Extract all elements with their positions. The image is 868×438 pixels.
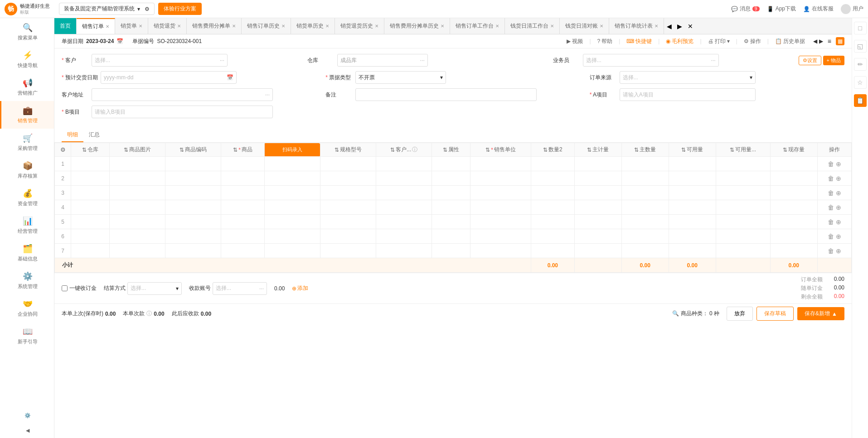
one-click-checkbox[interactable] (62, 285, 68, 291)
delete-icon[interactable]: 🗑 (828, 189, 834, 197)
tab-sales-order-workbench[interactable]: 销售订单工作台 ✕ (450, 18, 505, 34)
sidebar-item-inventory[interactable]: 📦 库存核算 (0, 156, 54, 184)
sidebar-settings-btn[interactable]: ⚙️ (0, 408, 54, 423)
row-current-stock-1[interactable] (770, 157, 817, 171)
sidebar-collapse-btn[interactable]: ◀ (0, 423, 54, 438)
right-icon-3[interactable]: ✏ (854, 58, 867, 71)
sidebar-item-operations[interactable]: 📊 经营管理 (0, 212, 54, 239)
tab-cash-daily-workbench[interactable]: 钱货日清工作台 ✕ (505, 18, 560, 34)
tab-close-icon[interactable]: ✕ (281, 24, 285, 29)
app-download-item[interactable]: 📱 App下载 (767, 5, 796, 13)
help-btn[interactable]: ? 帮助 (597, 38, 613, 45)
remark-input[interactable] (355, 88, 537, 101)
next-record-icon[interactable]: ▶ (819, 38, 823, 44)
sidebar-item-marketing[interactable]: 📢 营销推广 (0, 73, 54, 101)
sort-icon[interactable]: ⇅ (543, 147, 548, 153)
tab-sales-return-history[interactable]: 销货单历史 ✕ (291, 18, 335, 34)
account-input[interactable]: 选择... ··· (213, 282, 267, 295)
row-sales-unit-1[interactable] (470, 157, 531, 171)
settings-btn[interactable]: ⚙设置 (799, 56, 821, 65)
order-source-input[interactable]: 选择... ▾ (620, 71, 756, 84)
sidebar-item-search[interactable]: 🔍 搜索菜单 (0, 18, 54, 46)
tab-close-icon[interactable]: ✕ (106, 24, 109, 29)
sort-icon[interactable]: ⇅ (783, 147, 787, 153)
delete-icon[interactable]: 🗑 (828, 204, 834, 211)
customer-dots-icon[interactable]: ··· (220, 57, 224, 63)
row-available-1[interactable] (669, 157, 716, 171)
sort-icon[interactable]: ⇅ (124, 147, 128, 153)
tab-close-icon[interactable]: ✕ (232, 24, 236, 29)
tab-close-icon[interactable]: ✕ (550, 24, 554, 29)
sort-icon[interactable]: ⇅ (82, 147, 87, 153)
sort-icon[interactable]: ⇅ (730, 147, 734, 153)
tab-sales-stats[interactable]: 销售订单统计表 ✕ (609, 18, 664, 34)
tab-close-icon[interactable]: ✕ (495, 24, 499, 29)
add-goods-btn[interactable]: + 物品 (823, 56, 844, 65)
tab-close-icon[interactable]: ✕ (441, 24, 444, 29)
history-btn[interactable]: 📋 历史单据 (775, 38, 805, 45)
customer-address-input[interactable]: ··· (92, 88, 273, 101)
copy-icon[interactable]: ⊕ (836, 175, 841, 182)
salesperson-dots-icon[interactable]: ··· (711, 57, 716, 63)
sidebar-item-finance[interactable]: 💰 资金管理 (0, 184, 54, 212)
tab-close-icon[interactable]: ✕ (375, 24, 378, 29)
user-item[interactable]: 用户 (841, 4, 863, 14)
sidebar-item-enterprise[interactable]: 🤝 企业协同 (0, 294, 54, 322)
sidebar-item-guide[interactable]: 📖 新手引导 (0, 322, 54, 350)
sort-icon[interactable]: ⇅ (634, 147, 639, 153)
right-icon-4[interactable]: ☆ (854, 76, 867, 89)
right-icon-5[interactable]: 📋 (854, 94, 867, 107)
view-btn[interactable]: ▶ 视频 (567, 38, 583, 45)
tab-sales-fee-split-history[interactable]: 销售费用分摊单历史 ✕ (384, 18, 450, 34)
salesperson-input[interactable]: 选择... ··· (583, 54, 719, 67)
warehouse-input[interactable]: 成品库 ··· (337, 54, 428, 67)
warehouse-dots-icon[interactable]: ··· (420, 57, 425, 63)
th-scan[interactable]: 扫码录入 (264, 143, 320, 157)
account-dots-icon[interactable]: ··· (259, 285, 264, 292)
sidebar-item-base-info[interactable]: 🗂️ 基础信息 (0, 239, 54, 267)
operation-btn[interactable]: ⚙ 操作 (744, 38, 761, 45)
tab-prev-btn[interactable]: ◀ (664, 18, 674, 34)
payment-method-select[interactable]: 选择... ▾ (127, 282, 182, 295)
row-product-code-1[interactable] (165, 157, 221, 171)
row-product-img-1[interactable] (109, 157, 165, 171)
tab-sales-refund-history[interactable]: 销货退货历史 ✕ (335, 18, 384, 34)
row-available2-1[interactable] (716, 157, 770, 171)
tab-sales-order-history[interactable]: 销售订单历史 ✕ (242, 18, 291, 34)
sort-icon[interactable]: ⇅ (587, 147, 592, 153)
sort-icon[interactable]: ⇅ (179, 147, 184, 153)
row-main-unit-1[interactable] (574, 157, 621, 171)
address-dots-icon[interactable]: ··· (265, 91, 270, 98)
system-selector[interactable]: 装备及固定资产辅助管理系统 ▾ ⚙ (59, 3, 155, 15)
calendar-small-icon[interactable]: 📅 (227, 74, 233, 81)
chevron-up-icon[interactable]: ▲ (832, 311, 837, 317)
row-qty2-1[interactable] (531, 157, 575, 171)
online-service-item[interactable]: 👤 在线客服 (803, 5, 834, 13)
tab-cash-reconcile[interactable]: 钱货日清对账 ✕ (560, 18, 609, 34)
sort-icon[interactable]: ⇅ (485, 147, 490, 153)
delivery-date-input[interactable]: yyyy-mm-dd 📅 (101, 71, 237, 84)
gear-icon[interactable]: ⚙ (145, 6, 150, 12)
tab-detail[interactable]: 明细 (62, 128, 83, 142)
tab-sales-order[interactable]: 销售订单 ✕ (77, 18, 115, 34)
prev-record-icon[interactable]: ◀ (813, 38, 817, 44)
tab-sales-return[interactable]: 销货单 ✕ (115, 18, 148, 34)
delete-icon[interactable]: 🗑 (828, 233, 834, 240)
row-warehouse-1[interactable] (71, 157, 110, 171)
shortcut-btn[interactable]: ⌨ 快捷键 (626, 38, 652, 45)
save-new-btn[interactable]: 保存&新增 ▲ (797, 307, 844, 320)
save-draft-btn[interactable]: 保存草稿 (756, 307, 794, 321)
discard-btn[interactable]: 放弃 (727, 307, 753, 321)
card-view-icon[interactable]: ▦ (836, 37, 844, 45)
tab-close-icon[interactable]: ✕ (600, 24, 603, 29)
table-gear-icon[interactable]: ⚙ (60, 146, 66, 153)
info-icon[interactable]: ⓘ (412, 146, 417, 154)
scan-btn[interactable]: 扫码录入 (279, 145, 306, 154)
message-item[interactable]: 💬 消息 9 (731, 5, 760, 13)
delete-icon[interactable]: 🗑 (828, 247, 834, 255)
tab-sales-fee-split[interactable]: 销售费用分摊单 ✕ (187, 18, 242, 34)
row-spec-1[interactable] (320, 157, 376, 171)
profit-preview-btn[interactable]: ◉ 毛利预览 (666, 38, 693, 45)
copy-icon[interactable]: ⊕ (836, 218, 841, 226)
sidebar-item-quick-nav[interactable]: ⚡ 快捷导航 (0, 46, 54, 73)
